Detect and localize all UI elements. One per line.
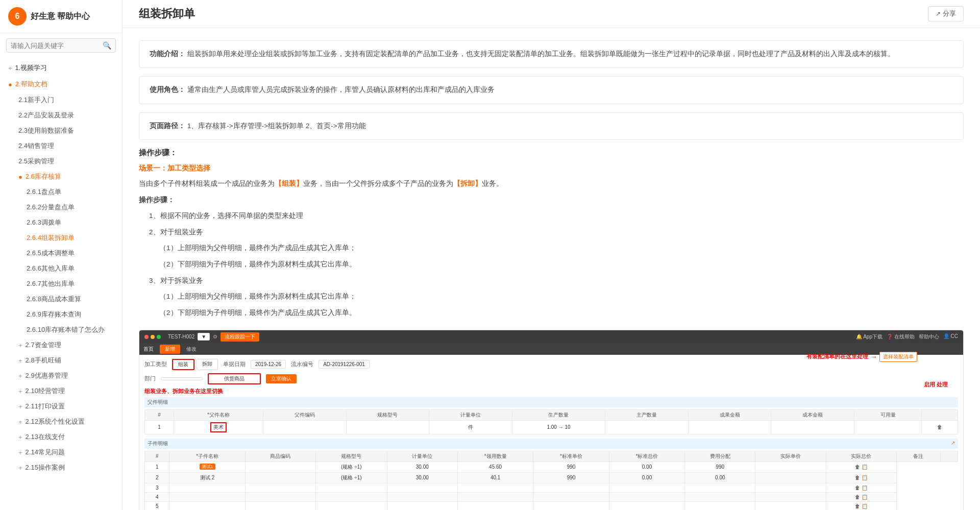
func-intro-label: 功能介绍： — [150, 50, 185, 58]
func-intro-block: 功能介绍： 组装拆卸单用来处理企业组装或拆卸等加工业务，支持有固定装配清单的产品… — [139, 40, 964, 68]
step1: 1、根据不同的业务，选择不同单据的类型来处理 — [149, 209, 964, 223]
table-row: 1 美术 件 1.00 → 10 🗑 — [145, 420, 958, 434]
annotation3: 启用 处理 — [924, 381, 948, 388]
expand-icon: + — [8, 64, 12, 72]
sidebar-item-fund[interactable]: + 2.7资金管理 — [0, 337, 122, 353]
sidebar-item-custom[interactable]: + 2.12系统个性化设置 — [0, 414, 122, 429]
table-row: 3 🗑 📋 — [145, 483, 958, 492]
sidebar-item-new-user[interactable]: 2.1新手入门 — [0, 92, 122, 108]
role-intro-label: 使用角色： — [150, 86, 185, 93]
sidebar: 6 好生意 帮助中心 🔍 + 1.视频学习 ● 2.帮助文档 2.1新手入门 2… — [0, 0, 122, 510]
sidebar-item-adjust[interactable]: 2.6.3调拨单 — [0, 215, 122, 230]
search-input[interactable] — [11, 42, 103, 50]
step3-2: （2）下部明细为子件明细，最终作为产成品生成其它入库单。 — [159, 306, 964, 320]
step2-2: （2）下部明细为子件明细，最终作为原材料生成其它出库单。 — [159, 258, 964, 271]
sidebar-item-inventory[interactable]: ● 2.6库存核算 — [0, 169, 122, 184]
sidebar-item-partial-stock[interactable]: 2.6.2分量盘点单 — [0, 200, 122, 215]
path-intro-text: 1、库存核算->库存管理->组装拆卸单 2、首页->常用功能 — [187, 122, 366, 130]
ops-label: 操作步骤： — [139, 193, 964, 207]
search-icon[interactable]: 🔍 — [103, 41, 111, 50]
app-screenshot: TEST-H002 ▼ ⚙ 流程跟踪一下 🔔 App下载 ❓ 在线帮助 帮助中心… — [139, 330, 963, 510]
sidebar-item-video[interactable]: + 1.视频学习 — [0, 60, 122, 76]
content-area: 功能介绍： 组装拆卸单用来处理企业组装或拆卸等加工业务，支持有固定装配清单的产品… — [122, 28, 980, 510]
sidebar-item-online-pay[interactable]: + 2.13在线支付 — [0, 429, 122, 445]
sidebar-item-other-in[interactable]: 2.6.6其他入库单 — [0, 261, 122, 276]
process-btn[interactable]: 流程跟踪一下 — [220, 332, 259, 342]
table-row: 4 🗑 📋 — [145, 492, 958, 501]
sidebar-item-stock-error[interactable]: 2.6.10库存账本错了怎么办 — [0, 322, 122, 337]
screenshot-container: TEST-H002 ▼ ⚙ 流程跟踪一下 🔔 App下载 ❓ 在线帮助 帮助中心… — [139, 330, 964, 510]
logo-icon: 6 — [8, 7, 27, 26]
table-row: 5 🗑 📋 — [145, 501, 958, 510]
top-bar: 组装拆卸单 ↗ 分享 — [122, 0, 980, 28]
main-content: 组装拆卸单 ↗ 分享 功能介绍： 组装拆卸单用来处理企业组装或拆卸等加工业务，支… — [122, 0, 980, 510]
sidebar-item-cases[interactable]: + 2.15操作案例 — [0, 460, 122, 475]
sidebar-item-install[interactable]: 2.2产品安装及登录 — [0, 108, 122, 123]
annotation2: 组装业务、拆卸业务在这里切换 — [144, 387, 223, 395]
search-box[interactable]: 🔍 — [6, 38, 116, 53]
sidebar-item-purchase[interactable]: 2.5采购管理 — [0, 154, 122, 169]
search-goods[interactable]: 供货商品 — [208, 373, 261, 384]
ops-heading: 操作步骤： — [139, 148, 964, 158]
screenshot-top-id: TEST-H002 — [168, 334, 194, 339]
table-row: 2 测试 2 (规格 ÷1) 30.00 40.1 990 0.00 0.00 — [145, 472, 958, 483]
scene1-heading: 场景一：加工类型选择 — [139, 164, 964, 173]
sidebar-item-ops[interactable]: + 2.10经营管理 — [0, 383, 122, 399]
scene1-desc1: 当由多个子件材料组装成一个成品的业务为【组装】业务，当由一个父件拆分成多个子产品… — [139, 177, 964, 190]
sidebar-item-print[interactable]: + 2.11打印设置 — [0, 399, 122, 414]
role-intro-block: 使用角色： 通常由生产人员或库管人员完成拆装业务的操作，库管人员确认原材料的出库… — [139, 76, 964, 104]
upper-table: # *父件名称 父件编码 规格型号 计量单位 生产数量 主产数量 成果金额 成本… — [144, 409, 958, 434]
app-title: 好生意 帮助中心 — [31, 11, 90, 22]
collapse-sub-icon: ● — [18, 173, 22, 181]
sidebar-item-faq[interactable]: + 2.14常见问题 — [0, 445, 122, 460]
sidebar-item-other-out[interactable]: 2.6.7其他出库单 — [0, 276, 122, 292]
scene1-section: 场景一：加工类型选择 当由多个子件材料组装成一个成品的业务为【组装】业务，当由一… — [139, 164, 964, 320]
sidebar-item-mobile[interactable]: + 2.8手机旺铺 — [0, 353, 122, 368]
confirm-btn[interactable]: 立室确认 — [266, 374, 297, 383]
collapse-icon: ● — [8, 81, 12, 88]
annotation1: 有装配清单的在这里处理 — [806, 353, 868, 360]
step2-1: （1）上部明细为父件明细，最终作为产成品生成其它入库单； — [159, 241, 964, 255]
table-row: 1 测试1 (规格 ÷1) 30.00 45.60 990 0.00 990 — [145, 462, 958, 472]
step2: 2、对于组装业务 — [149, 226, 964, 239]
sidebar-item-sales[interactable]: 2.4销售管理 — [0, 138, 122, 154]
lower-table: # *子件名称 商品编码 规格型号 计量单位 *领用数量 *标准单价 *标准总价… — [144, 451, 958, 510]
role-intro-text: 通常由生产人员或库管人员完成拆装业务的操作，库管人员确认原材料的出库和产成品的入… — [187, 86, 495, 93]
type-btn-disassemble[interactable]: 拆卸 — [197, 359, 218, 370]
sidebar-item-stocktake[interactable]: 2.6.1盘点单 — [0, 184, 122, 200]
path-intro-label: 页面路径： — [150, 122, 185, 130]
sidebar-item-prep[interactable]: 2.3使用前数据准备 — [0, 123, 122, 138]
nav-section: + 1.视频学习 ● 2.帮助文档 2.1新手入门 2.2产品安装及登录 2.3… — [0, 58, 122, 477]
type-btn-assembly[interactable]: 组装 — [172, 359, 194, 370]
bill-value[interactable]: AD-20191226-001 — [318, 360, 370, 369]
sidebar-item-stock-check[interactable]: 2.6.9库存账本查询 — [0, 307, 122, 322]
func-intro-text: 组装拆卸单用来处理企业组装或拆卸等加工业务，支持有固定装配清单的产品加工业务，也… — [187, 50, 895, 58]
sidebar-item-coupon[interactable]: + 2.9优惠券管理 — [0, 368, 122, 383]
sidebar-header: 6 好生意 帮助中心 — [0, 0, 122, 33]
date-value[interactable]: 2019-12-26 — [251, 360, 286, 369]
step3: 3、对于拆装业务 — [149, 274, 964, 287]
sidebar-item-docs[interactable]: ● 2.帮助文档 — [0, 76, 122, 92]
share-button[interactable]: ↗ 分享 — [928, 6, 964, 21]
page-title: 组装拆卸单 — [139, 6, 195, 21]
sidebar-item-cost-adjust[interactable]: 2.6.5成本调整单 — [0, 246, 122, 261]
path-intro-block: 页面路径： 1、库存核算->库存管理->组装拆卸单 2、首页->常用功能 — [139, 112, 964, 140]
share-icon: ↗ — [936, 10, 941, 17]
sidebar-item-cost-calc[interactable]: 2.6.8商品成本重算 — [0, 292, 122, 307]
step3-1: （1）上部明细为父件明细，最终作为原材料生成其它出库单； — [159, 290, 964, 303]
annotation1-btn[interactable]: 选择装配清单 — [879, 352, 917, 362]
sidebar-item-assembly[interactable]: 2.6.4组装拆卸单 — [0, 230, 122, 246]
